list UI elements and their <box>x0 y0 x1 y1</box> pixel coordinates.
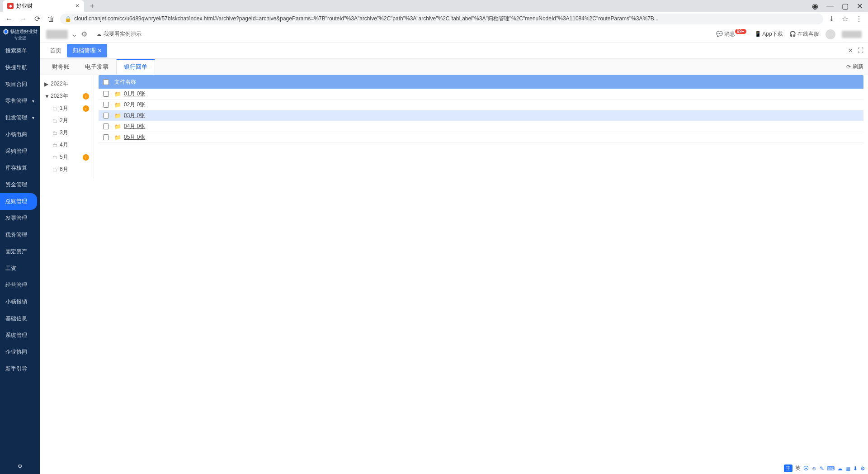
row-checkbox[interactable] <box>103 113 109 118</box>
sidebar-item-4[interactable]: 批发管理▾ <box>0 109 40 126</box>
table-row[interactable]: 📁04月 0张 <box>99 121 863 132</box>
folder-outline-icon: 🗀 <box>52 105 58 112</box>
folder-outline-icon: 🗀 <box>52 166 58 173</box>
sidebar-item-1[interactable]: 快捷导航 <box>0 59 40 76</box>
page-tabs: 首页 归档管理✕ ✕ ⛶ <box>40 43 868 59</box>
close-tab-icon[interactable]: ✕ <box>75 3 80 9</box>
org-name-redacted: xx <box>46 30 68 39</box>
forward-icon[interactable]: → <box>18 13 29 25</box>
caret-down-icon: ▼ <box>44 93 49 100</box>
sidebar-item-5[interactable]: 小畅电商 <box>0 126 40 143</box>
folder-icon: 📁 <box>114 113 121 119</box>
trash-icon[interactable]: 🗑 <box>46 13 57 25</box>
tree-year-2023[interactable]: ▼ 2023年 i <box>40 90 94 102</box>
message-button[interactable]: 💬 消息 99+ <box>716 30 748 38</box>
close-all-tabs-icon[interactable]: ✕ <box>848 47 853 54</box>
chat-icon: 💬 <box>716 31 723 37</box>
tab-home[interactable]: 首页 <box>44 44 67 57</box>
col-filename: 文件名称 <box>114 78 136 86</box>
cloud-icon: ☁ <box>96 31 102 38</box>
chevron-down-icon: ▾ <box>32 99 34 104</box>
lock-icon: 🔒 <box>65 16 71 22</box>
phone-icon: 📱 <box>755 31 761 37</box>
refresh-button[interactable]: ⟳ 刷新 <box>846 59 863 75</box>
maximize-icon[interactable]: ▢ <box>842 2 849 10</box>
tree-month-2[interactable]: 🗀2月 <box>40 114 94 127</box>
table-row[interactable]: 📁03月 0张 <box>99 110 863 121</box>
demo-link[interactable]: ☁ 我要看实例演示 <box>96 30 142 38</box>
app-download-button[interactable]: 📱 App下载 <box>755 30 783 38</box>
file-link[interactable]: 05月 0张 <box>124 133 145 141</box>
avatar[interactable] <box>826 29 835 39</box>
tab-archive[interactable]: 归档管理✕ <box>67 44 107 57</box>
select-all-checkbox[interactable] <box>103 79 109 85</box>
new-tab-button[interactable]: ＋ <box>89 1 96 11</box>
folder-outline-icon: 🗀 <box>52 118 58 124</box>
year-tree: ▶ 2022年 ▼ 2023年 i 🗀1月i🗀2月🗀3月🗀4月🗀5月i🗀6月 <box>40 75 94 178</box>
refresh-icon: ⟳ <box>846 64 851 70</box>
minimize-icon[interactable]: — <box>826 2 834 10</box>
url-bar[interactable]: 🔒 cloud.chanjet.com/cc/u6d89qwnryel/57bf… <box>60 14 823 24</box>
online-service-button[interactable]: 🎧 在线客服 <box>789 30 819 38</box>
file-link[interactable]: 03月 0张 <box>124 112 145 119</box>
star-icon[interactable]: ☆ <box>840 13 850 25</box>
table-row[interactable]: 📁02月 0张 <box>99 100 863 110</box>
back-icon[interactable]: ← <box>4 13 14 25</box>
sidebar-item-0[interactable]: 搜索菜单 <box>0 43 40 59</box>
org-selector[interactable]: xx ⌄ ⚙ <box>46 30 87 39</box>
brand-line2: 专业版 <box>14 35 26 41</box>
alert-badge: i <box>83 105 89 112</box>
folder-outline-icon: 🗀 <box>52 154 58 161</box>
table-row[interactable]: 📁05月 0张 <box>99 132 863 143</box>
favicon: ◆ <box>7 3 14 9</box>
subtab-einvoice[interactable]: 电子发票 <box>77 59 116 75</box>
sidebar: 畅捷通好业财 专业版 搜索菜单快捷导航项目合同零售管理▾批发管理▾小畅电商采购管… <box>0 26 40 178</box>
browser-tab[interactable]: ◆ 好业财 ✕ <box>3 0 84 12</box>
sidebar-item-2[interactable]: 项目合同 <box>0 76 40 93</box>
tree-month-5[interactable]: 🗀5月i <box>40 151 94 163</box>
row-checkbox[interactable] <box>103 91 109 97</box>
close-tab-icon[interactable]: ✕ <box>98 48 102 53</box>
subtab-finance[interactable]: 财务账 <box>44 59 77 75</box>
more-icon[interactable]: ⋮ <box>854 13 864 25</box>
message-badge: 99+ <box>735 29 746 34</box>
browser-tab-strip: ◆ 好业财 ✕ ＋ ◉ — ▢ ✕ <box>0 0 868 12</box>
tree-year-2022[interactable]: ▶ 2022年 <box>40 78 94 90</box>
file-link[interactable]: 04月 0张 <box>124 123 145 130</box>
main-area: 首页 归档管理✕ ✕ ⛶ 财务账 电子发票 银行回单 ⟳ 刷新 ▶ 2022年 … <box>40 43 868 178</box>
table-row[interactable]: 📁01月 0张 <box>99 89 863 100</box>
alert-badge: i <box>83 93 89 100</box>
app-header: xx ⌄ ⚙ ☁ 我要看实例演示 💬 消息 99+ 📱 App下载 🎧 在线客服… <box>40 26 868 43</box>
install-icon[interactable]: ⤓ <box>827 13 836 25</box>
file-link[interactable]: 02月 0张 <box>124 101 145 109</box>
tree-month-6[interactable]: 🗀6月 <box>40 163 94 175</box>
sidebar-item-3[interactable]: 零售管理▾ <box>0 93 40 109</box>
tree-month-1[interactable]: 🗀1月i <box>40 102 94 114</box>
file-link[interactable]: 01月 0张 <box>124 90 145 98</box>
reload-icon[interactable]: ⟳ <box>33 13 42 25</box>
row-checkbox[interactable] <box>103 123 109 129</box>
window-controls: ◉ — ▢ ✕ <box>812 2 868 10</box>
sidebar-item-8[interactable]: 资金管理 <box>0 176 40 178</box>
row-checkbox[interactable] <box>103 134 109 140</box>
username-redacted: xx <box>842 31 862 38</box>
tree-month-4[interactable]: 🗀4月 <box>40 139 94 151</box>
fullscreen-icon[interactable]: ⛶ <box>858 47 863 54</box>
row-checkbox[interactable] <box>103 102 109 108</box>
sidebar-item-7[interactable]: 库存核算 <box>0 160 40 176</box>
close-window-icon[interactable]: ✕ <box>857 2 863 10</box>
caret-right-icon: ▶ <box>44 81 49 87</box>
folder-icon: 📁 <box>114 91 121 97</box>
account-icon[interactable]: ◉ <box>812 2 818 10</box>
brand-logo: 畅捷通好业财 专业版 <box>0 26 40 43</box>
subtab-bankreceipt[interactable]: 银行回单 <box>116 59 155 75</box>
folder-outline-icon: 🗀 <box>52 142 58 148</box>
sidebar-item-6[interactable]: 采购管理 <box>0 143 40 160</box>
tree-month-3[interactable]: 🗀3月 <box>40 127 94 139</box>
url-text: cloud.chanjet.com/cc/u6d89qwnryel/57bfsk… <box>74 15 659 23</box>
folder-icon: 📁 <box>114 134 121 141</box>
browser-toolbar: ← → ⟳ 🗑 🔒 cloud.chanjet.com/cc/u6d89qwnr… <box>0 12 868 26</box>
alert-badge: i <box>83 154 89 161</box>
tab-title: 好业财 <box>16 2 33 10</box>
gear-icon[interactable]: ⚙ <box>81 30 87 38</box>
